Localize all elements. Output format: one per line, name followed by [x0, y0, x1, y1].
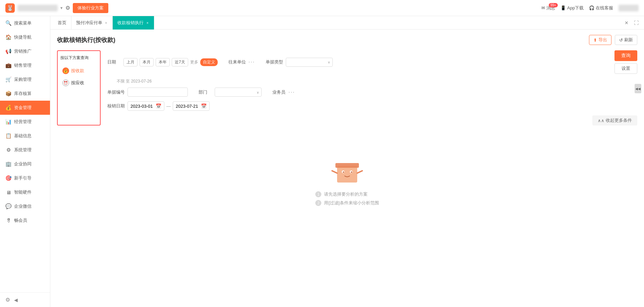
collapse-icon: ◀◀ [635, 87, 641, 91]
sidebar: 🔍 搜索菜单 🏠 快捷导航 📢 营销推广 💼 销售管理 🛒 采购管理 📦 库存核… [0, 16, 50, 307]
filter-option-by-receipt[interactable]: 💰 按收款 [60, 65, 97, 77]
settings-button[interactable]: 设置 [614, 63, 637, 74]
voucher-no-input[interactable] [127, 88, 188, 97]
tab-receipt-label: 收款核销执行 [117, 20, 144, 26]
sidebar-item-label: 企业协同 [14, 161, 32, 167]
sidebar-item-label: 基础信息 [14, 133, 32, 139]
sidebar-item-label: 库存核算 [14, 91, 32, 97]
partner-ellipsis[interactable]: ··· [249, 59, 255, 65]
collapse-more-row: ∧∧ 收起更多条件 [107, 115, 637, 125]
voucher-type-field: 单据类型 ∨ [266, 58, 333, 67]
verify-date-start-value: 2023-03-01 [130, 104, 153, 109]
hint-text-1: 请先选择要分析的方案 [324, 191, 368, 197]
refresh-button[interactable]: ↺ 刷新 [615, 35, 637, 45]
sidebar-item-search-menu[interactable]: 🔍 搜索菜单 [0, 16, 50, 30]
tab-receipt-verify[interactable]: 收款核销执行 × [113, 16, 154, 30]
sidebar-item-member[interactable]: 🎖 畅会员 [0, 213, 50, 227]
tab-prepay[interactable]: 预付冲应付单 × [71, 16, 113, 30]
sidebar-gear-icon[interactable]: ⚙ [5, 297, 10, 303]
query-button[interactable]: 查询 [614, 50, 637, 61]
tab-receipt-close[interactable]: × [146, 21, 149, 25]
sidebar-item-sales[interactable]: 💼 销售管理 [0, 58, 50, 72]
sidebar-item-label: 畅会员 [14, 217, 27, 223]
sidebar-item-system[interactable]: ⚙ 系统管理 [0, 143, 50, 157]
sidebar-collapse-icon[interactable]: ◀ [14, 297, 18, 303]
sidebar-item-wechat[interactable]: 💬 企业微信 [0, 199, 50, 213]
app-logo-icon: 🐰 [5, 3, 15, 13]
inventory-icon: 📦 [5, 91, 11, 97]
filter-area: 按以下方案查询 💰 按收款 ⏰ 按应收 ◀◀ [57, 50, 637, 125]
date-btn-group: 上月 本月 本年 近7天 更多 自定义 [123, 58, 218, 66]
voucher-no-label: 单据编号 [107, 89, 125, 95]
tab-home[interactable]: 首页 [53, 16, 71, 30]
hint-num-2: 2 [315, 200, 321, 206]
message-button[interactable]: ✉ 消息 99+ [541, 5, 555, 11]
sidebar-item-label: 智能硬件 [14, 189, 32, 195]
calendar-start-icon: 📅 [156, 103, 161, 109]
sidebar-item-label: 新手引导 [14, 175, 32, 181]
sidebar-item-basic-info[interactable]: 📋 基础信息 [0, 129, 50, 143]
date-more[interactable]: 更多 [190, 59, 198, 65]
sidebar-item-business[interactable]: 📊 经营管理 [0, 115, 50, 129]
filter-option-by-receivable[interactable]: ⏰ 按应收 [60, 77, 97, 89]
business-icon: 📊 [5, 119, 11, 125]
search-icon: 🔍 [5, 20, 11, 26]
date-btn-last-month[interactable]: 上月 [123, 58, 138, 66]
partner-label: 往来单位 [228, 59, 246, 65]
sidebar-item-inventory[interactable]: 📦 库存核算 [0, 87, 50, 101]
tab-prepay-close[interactable]: × [104, 21, 108, 25]
sidebar-item-hardware[interactable]: 🖥 智能硬件 [0, 185, 50, 199]
date-btn-this-month[interactable]: 本月 [140, 58, 154, 66]
receipt-option-icon: 💰 [62, 67, 69, 74]
date-field: 日期 上月 本月 本年 近7天 更多 自定义 [107, 58, 218, 66]
sidebar-item-finance[interactable]: 💰 资金管理 [0, 101, 50, 115]
finance-icon: 💰 [5, 105, 11, 111]
tab-expand-icon[interactable]: ⛶ [633, 19, 640, 27]
guide-icon: 🎯 [5, 175, 11, 181]
sidebar-item-guide[interactable]: 🎯 新手引导 [0, 171, 50, 185]
empty-hint-1: 1 请先选择要分析的方案 [315, 191, 379, 197]
header-left: 🐰 ▾ ⚙ 体验行业方案 [5, 3, 108, 13]
export-button[interactable]: ⬆ 导出 [589, 35, 611, 45]
logo-area: 🐰 [5, 3, 15, 13]
sidebar-item-label: 快捷导航 [14, 34, 32, 40]
collapse-more-button[interactable]: ∧∧ 收起更多条件 [592, 115, 637, 125]
sidebar-item-purchase[interactable]: 🛒 采购管理 [0, 72, 50, 87]
date-btn-7days[interactable]: 近7天 [172, 58, 188, 66]
app-download-button[interactable]: 📱 App下载 [560, 5, 584, 11]
sidebar-item-label: 系统管理 [14, 147, 32, 153]
page-inner: 收款核销执行(按收款) ⬆ 导出 ↺ 刷新 [50, 30, 644, 307]
empty-hints: 1 请先选择要分析的方案 2 用[过滤]条件来缩小分析范围 [315, 191, 379, 206]
voucher-type-select[interactable] [286, 58, 333, 67]
header-right: ✉ 消息 99+ 📱 App下载 🎧 在线客服 [541, 5, 639, 11]
svg-line-7 [357, 171, 362, 173]
sales-icon: 💼 [5, 62, 11, 68]
sidebar-item-quick-nav[interactable]: 🏠 快捷导航 [0, 30, 50, 44]
empty-state: 1 请先选择要分析的方案 2 用[过滤]条件来缩小分析范围 [57, 125, 637, 233]
date-separator: — [166, 104, 171, 109]
dept-select-wrapper: ∨ [215, 88, 262, 97]
svg-rect-0 [337, 166, 357, 183]
verify-date-end-input[interactable]: 2023-07-21 📅 [173, 101, 210, 111]
sidebar-item-marketing[interactable]: 📢 营销推广 [0, 44, 50, 58]
tab-home-label: 首页 [58, 20, 66, 26]
filter-row-1: 日期 上月 本月 本年 近7天 更多 自定义 [107, 50, 637, 74]
dept-select[interactable] [215, 88, 262, 97]
tab-close-all-icon[interactable]: ✕ [623, 19, 630, 27]
page-content: 收款核销执行(按收款) ⬆ 导出 ↺ 刷新 [50, 30, 644, 307]
staff-ellipsis[interactable]: ··· [288, 89, 295, 95]
date-custom-badge[interactable]: 自定义 [200, 58, 218, 66]
settings-icon[interactable]: ⚙ [65, 5, 70, 11]
page-title-bar: 收款核销执行(按收款) ⬆ 导出 ↺ 刷新 [57, 35, 637, 45]
message-icon: ✉ [541, 5, 545, 10]
online-service-button[interactable]: 🎧 在线客服 [589, 5, 613, 11]
filter-collapse-button[interactable]: ◀◀ [635, 84, 641, 93]
sidebar-item-enterprise[interactable]: 🏢 企业协同 [0, 157, 50, 171]
message-badge: 99+ [549, 3, 558, 7]
voucher-type-select-wrapper: ∨ [286, 58, 333, 67]
dropdown-icon[interactable]: ▾ [60, 5, 63, 10]
industry-solution-button[interactable]: 体验行业方案 [73, 3, 108, 13]
sidebar-item-label: 经营管理 [14, 119, 32, 125]
verify-date-start-input[interactable]: 2023-03-01 📅 [127, 101, 164, 111]
date-btn-this-year[interactable]: 本年 [156, 58, 170, 66]
